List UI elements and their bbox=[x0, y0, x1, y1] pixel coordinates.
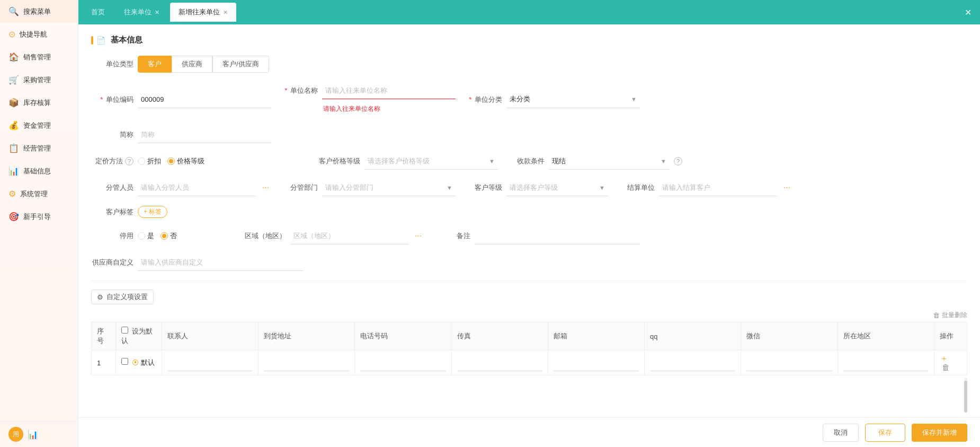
email-input[interactable] bbox=[554, 354, 639, 371]
sidebar-item-operations[interactable]: 📋 经营管理 bbox=[0, 137, 78, 160]
required-mark: * bbox=[100, 95, 103, 103]
fax-input[interactable] bbox=[457, 354, 542, 371]
select-all-checkbox[interactable] bbox=[121, 327, 128, 334]
cancel-button[interactable]: 取消 bbox=[823, 424, 859, 442]
unit-type-row: 单位类型 客户 供应商 客户/供应商 bbox=[91, 56, 967, 73]
payment-select[interactable]: 现结 ▼ bbox=[549, 153, 670, 170]
pricing-radio-discount[interactable]: 折扣 bbox=[138, 156, 161, 166]
remark-input[interactable] bbox=[475, 227, 640, 244]
save-new-button[interactable]: 保存并新增 bbox=[912, 424, 967, 442]
batch-delete-label[interactable]: 批量删除 bbox=[942, 311, 967, 320]
sidebar-item-finance[interactable]: 💰 资金管理 bbox=[0, 114, 78, 137]
payment-label: 收款条件 bbox=[502, 156, 545, 166]
supplier-custom-row: 供应商自定义 bbox=[91, 254, 967, 271]
sidebar-item-beginner[interactable]: 🎯 新手引导 bbox=[0, 205, 78, 228]
pricing-help-icon[interactable]: ? bbox=[125, 157, 133, 165]
manager-label: 分管人员 bbox=[91, 183, 133, 192]
tab-contacts[interactable]: 往来单位 ✕ bbox=[115, 3, 168, 22]
sidebar-item-purchase[interactable]: 🛒 采购管理 bbox=[0, 68, 78, 91]
th-fax: 传真 bbox=[451, 322, 548, 350]
pricing-radio-level[interactable]: 价格等级 bbox=[167, 156, 204, 166]
phone-input[interactable] bbox=[360, 354, 446, 371]
type-btn-customer[interactable]: 客户 bbox=[138, 56, 172, 73]
settlement-input[interactable] bbox=[659, 179, 777, 196]
type-btn-both[interactable]: 客户/供应商 bbox=[212, 56, 269, 73]
row-fax[interactable] bbox=[451, 350, 548, 375]
scrollbar-thumb[interactable] bbox=[964, 381, 967, 413]
sidebar-item-label: 新手引导 bbox=[23, 212, 51, 222]
contact-input[interactable] bbox=[167, 354, 253, 371]
th-action: 操作 bbox=[934, 322, 967, 350]
row-qq[interactable] bbox=[644, 350, 741, 375]
wechat-input[interactable] bbox=[746, 354, 832, 371]
radio-circle-yes bbox=[138, 232, 145, 240]
th-qq: qq bbox=[644, 322, 741, 350]
cart-icon: 🛒 bbox=[8, 75, 19, 85]
unit-category-select[interactable]: 未分类 ▼ bbox=[506, 91, 640, 108]
row-add-button[interactable]: + bbox=[940, 354, 949, 363]
sidebar-item-quick-nav[interactable]: ⊙ 快捷导航 bbox=[0, 23, 78, 46]
customer-price-select[interactable]: 请选择客户价格等级 ▼ bbox=[364, 153, 498, 170]
sidebar-item-label: 基础信息 bbox=[23, 166, 51, 176]
disabled-radio-no[interactable]: 否 bbox=[161, 231, 177, 241]
chevron-down-icon: ▼ bbox=[631, 96, 637, 102]
sidebar-item-system[interactable]: ⚙ 系统管理 bbox=[0, 182, 78, 205]
abbr-row: 简称 bbox=[91, 126, 967, 143]
chevron-down-icon: ▼ bbox=[447, 185, 452, 191]
tab-new-contact-close-icon[interactable]: ✕ bbox=[223, 9, 228, 16]
customer-level-select[interactable]: 请选择客户等级 ▼ bbox=[506, 179, 608, 196]
sidebar-item-label: 经营管理 bbox=[23, 144, 51, 153]
sidebar-item-inventory[interactable]: 📦 库存核算 bbox=[0, 91, 78, 114]
unit-type-btn-group: 客户 供应商 客户/供应商 bbox=[138, 56, 269, 73]
avatar: 用 bbox=[8, 427, 23, 442]
default-radio: ⦿ 默认 bbox=[132, 358, 155, 366]
unit-type-group: 单位类型 客户 供应商 客户/供应商 bbox=[91, 56, 356, 73]
sidebar-bottom: 用 📊 bbox=[0, 421, 78, 447]
department-select[interactable]: 请输入分管部门 ▼ bbox=[322, 179, 456, 196]
supplier-custom-input[interactable] bbox=[138, 254, 303, 271]
settlement-more-icon[interactable]: ··· bbox=[781, 183, 792, 192]
tab-contacts-close-icon[interactable]: ✕ bbox=[155, 9, 159, 16]
sidebar-item-sales[interactable]: 🏠 销售管理 bbox=[0, 46, 78, 68]
manager-more-icon[interactable]: ··· bbox=[260, 183, 271, 192]
disabled-no-label: 否 bbox=[170, 231, 177, 241]
type-btn-supplier[interactable]: 供应商 bbox=[172, 56, 212, 73]
unit-category-label: * 单位分类 bbox=[460, 95, 502, 104]
row-default: ⦿ 默认 bbox=[115, 350, 162, 375]
sidebar-item-search[interactable]: 🔍 搜索菜单 bbox=[0, 0, 78, 23]
scroll-area bbox=[91, 378, 967, 386]
manager-input[interactable] bbox=[138, 179, 256, 196]
row-email[interactable] bbox=[548, 350, 644, 375]
row-region[interactable] bbox=[838, 350, 934, 375]
row-region-input[interactable] bbox=[843, 354, 929, 371]
add-tag-button[interactable]: + 标签 bbox=[138, 206, 167, 218]
unit-name-input[interactable] bbox=[322, 82, 456, 99]
tab-home[interactable]: 首页 bbox=[83, 3, 113, 22]
abbr-input[interactable] bbox=[138, 126, 271, 143]
custom-settings-button[interactable]: ⚙ 自定义项设置 bbox=[91, 290, 154, 304]
payment-help-icon[interactable]: ? bbox=[674, 157, 682, 165]
remark-group: 备注 bbox=[428, 227, 640, 244]
region-input[interactable] bbox=[290, 227, 408, 244]
customer-price-group: 客户价格等级 请选择客户价格等级 ▼ bbox=[318, 153, 498, 170]
address-input[interactable] bbox=[264, 354, 349, 371]
qq-input[interactable] bbox=[650, 354, 735, 371]
row-delete-button[interactable]: 🗑 bbox=[940, 363, 952, 372]
region-more-icon[interactable]: ··· bbox=[413, 231, 424, 241]
tab-new-contact[interactable]: 新增往来单位 ✕ bbox=[170, 3, 236, 22]
sidebar: 🔍 搜索菜单 ⊙ 快捷导航 🏠 销售管理 🛒 采购管理 📦 库存核算 💰 资金管… bbox=[0, 0, 78, 447]
unit-code-input[interactable] bbox=[138, 91, 271, 108]
sidebar-bottom-icon: 📊 bbox=[28, 430, 38, 440]
row-contact[interactable] bbox=[162, 350, 258, 375]
sidebar-item-basic-info[interactable]: 📊 基础信息 bbox=[0, 160, 78, 182]
window-close-button[interactable]: ✕ bbox=[960, 7, 976, 17]
disabled-radio-yes[interactable]: 是 bbox=[138, 231, 154, 241]
row-address[interactable] bbox=[259, 350, 355, 375]
row-checkbox[interactable] bbox=[121, 358, 128, 365]
row-phone[interactable] bbox=[355, 350, 451, 375]
pricing-discount-label: 折扣 bbox=[147, 156, 161, 166]
row-wechat[interactable] bbox=[741, 350, 838, 375]
chart-icon: 📊 bbox=[8, 166, 19, 176]
save-button[interactable]: 保存 bbox=[865, 424, 905, 442]
unit-info-row: * 单位编码 * 单位名称 请输入往来单位名称 * 单位分类 bbox=[91, 82, 967, 117]
